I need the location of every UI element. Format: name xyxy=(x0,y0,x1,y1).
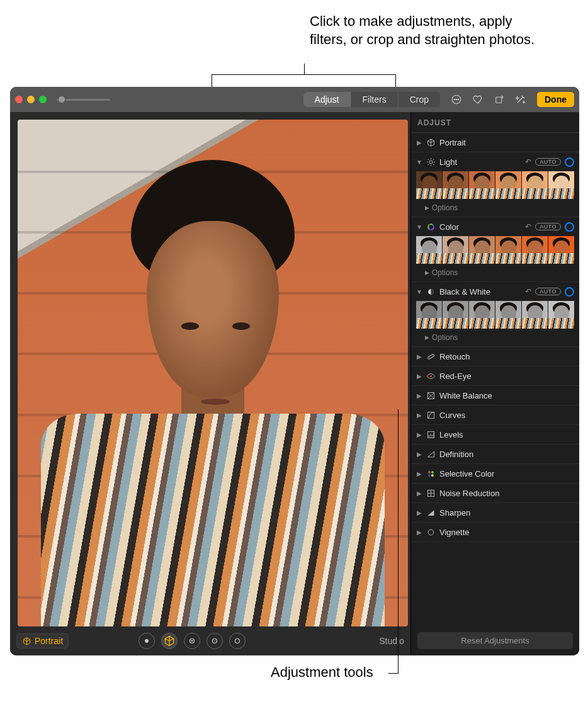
lighting-mode-stage[interactable] xyxy=(206,633,223,649)
adjustment-label: Portrait xyxy=(439,138,574,147)
adjustment-header[interactable]: ▶Portrait xyxy=(411,133,579,152)
done-button[interactable]: Done xyxy=(537,92,574,107)
chevron-right-icon: ▶ xyxy=(416,451,422,458)
adjustment-levels: ▶Levels xyxy=(411,425,579,444)
callout-top-text: Click to make adjustments, apply filters… xyxy=(310,13,549,48)
segment-adjust[interactable]: Adjust xyxy=(303,92,351,107)
adjustment-header[interactable]: ▶Noise Reduction xyxy=(411,484,579,502)
auto-button[interactable]: AUTO xyxy=(535,288,561,295)
svg-point-5 xyxy=(145,639,149,643)
preview-strip[interactable] xyxy=(416,301,574,329)
preview-thumb[interactable] xyxy=(495,236,521,264)
preview-thumb[interactable] xyxy=(469,171,495,199)
preview-thumb[interactable] xyxy=(416,171,442,199)
options-toggle[interactable]: ▶ Options xyxy=(411,201,579,217)
window-toolbar: Adjust Filters Crop Done xyxy=(10,87,579,112)
preview-thumb[interactable] xyxy=(469,301,495,329)
svg-point-1 xyxy=(454,99,455,100)
favorite-icon[interactable] xyxy=(469,92,487,107)
preview-thumb[interactable] xyxy=(443,236,468,264)
preview-thumb[interactable] xyxy=(495,301,521,329)
ring-thin-icon xyxy=(426,527,436,537)
lighting-mode-contour[interactable] xyxy=(184,633,200,649)
callout-bottom-text: Adjustment tools xyxy=(271,664,373,681)
svg-point-9 xyxy=(214,640,216,642)
preview-strip[interactable] xyxy=(416,171,574,199)
options-label: Options xyxy=(432,333,458,342)
segment-filters[interactable]: Filters xyxy=(351,92,399,107)
reset-adjustments-button[interactable]: Reset Adjustments xyxy=(417,632,573,649)
adjustment-selective-color: ▶Selective Color xyxy=(411,464,579,484)
auto-enhance-icon[interactable] xyxy=(512,92,529,107)
enable-ring[interactable] xyxy=(565,222,574,232)
adjustment-black-white: ▼Black & White↶AUTO xyxy=(411,282,579,347)
adjustment-label: Sharpen xyxy=(439,508,574,518)
adjustment-label: Selective Color xyxy=(439,469,574,478)
preview-thumb[interactable] xyxy=(522,236,548,264)
preview-thumb[interactable] xyxy=(522,171,548,199)
chevron-right-icon: ▶ xyxy=(416,412,422,419)
preview-thumb[interactable] xyxy=(416,236,442,264)
preview-thumb[interactable] xyxy=(469,236,495,264)
preview-thumb[interactable] xyxy=(443,301,468,329)
enable-ring[interactable] xyxy=(565,157,574,167)
segment-crop[interactable]: Crop xyxy=(399,92,440,107)
preview-thumb[interactable] xyxy=(548,301,574,329)
preview-thumb[interactable] xyxy=(522,301,548,329)
preview-thumb[interactable] xyxy=(443,171,468,199)
window-close-button[interactable] xyxy=(15,96,23,103)
photo-canvas[interactable] xyxy=(18,120,408,626)
more-icon[interactable] xyxy=(448,92,465,107)
adjustment-header[interactable]: ▶Levels xyxy=(411,425,579,444)
auto-button[interactable]: AUTO xyxy=(535,158,561,166)
adjustment-header[interactable]: ▶Definition xyxy=(411,444,579,463)
adjustment-header[interactable]: ▶Red-Eye xyxy=(411,366,579,385)
zoom-slider[interactable] xyxy=(57,99,110,101)
adjustment-header[interactable]: ▶Sharpen xyxy=(411,503,579,522)
chevron-right-icon: ▶ xyxy=(425,269,429,276)
adjustment-portrait: ▶Portrait xyxy=(411,133,579,152)
options-toggle[interactable]: ▶ Options xyxy=(411,331,579,346)
window-minimize-button[interactable] xyxy=(27,96,35,103)
adjustment-label: Definition xyxy=(439,450,574,459)
svg-point-12 xyxy=(429,161,433,164)
adjustment-red-eye: ▶Red-Eye xyxy=(411,366,579,386)
preview-thumb[interactable] xyxy=(548,171,574,199)
adjustment-header[interactable]: ▼Light↶AUTO xyxy=(411,152,579,171)
portrait-badge-label: Portrait xyxy=(35,636,63,646)
lighting-mode-stage-mono[interactable] xyxy=(229,633,246,649)
undo-icon[interactable]: ↶ xyxy=(525,157,531,166)
lighting-mode-natural[interactable] xyxy=(139,633,155,649)
adjustment-header[interactable]: ▼Color↶AUTO xyxy=(411,217,579,236)
auto-button[interactable]: AUTO xyxy=(535,223,561,230)
undo-icon[interactable]: ↶ xyxy=(525,222,531,231)
undo-icon[interactable]: ↶ xyxy=(525,287,531,296)
wb-icon xyxy=(426,390,436,400)
adjustment-header[interactable]: ▶Vignette xyxy=(411,523,579,541)
options-toggle[interactable]: ▶ Options xyxy=(411,266,579,281)
preview-strip[interactable] xyxy=(416,236,574,264)
adjustment-header[interactable]: ▶Retouch xyxy=(411,347,579,366)
options-label: Options xyxy=(432,203,458,212)
adjustment-color: ▼Color↶AUTO xyxy=(411,217,579,282)
adjustment-header[interactable]: ▶Curves xyxy=(411,405,579,424)
chevron-right-icon: ▶ xyxy=(416,509,422,516)
curves-icon xyxy=(426,410,436,420)
preview-thumb[interactable] xyxy=(495,171,521,199)
photos-edit-window: Adjust Filters Crop Done xyxy=(10,87,579,655)
adjustment-header[interactable]: ▼Black & White↶AUTO xyxy=(411,282,579,301)
chevron-right-icon: ▶ xyxy=(416,490,422,497)
adjustment-header[interactable]: ▶Selective Color xyxy=(411,464,579,483)
svg-rect-4 xyxy=(496,97,502,103)
svg-point-25 xyxy=(428,529,434,535)
preview-thumb[interactable] xyxy=(548,236,574,264)
enable-ring[interactable] xyxy=(565,287,574,297)
rotate-icon[interactable] xyxy=(490,92,508,107)
preview-thumb[interactable] xyxy=(416,301,442,329)
portrait-badge[interactable]: Portrait xyxy=(16,633,69,648)
chevron-down-icon: ▼ xyxy=(416,288,422,295)
window-zoom-button[interactable] xyxy=(39,96,47,103)
sun-icon xyxy=(426,157,436,167)
lighting-mode-studio[interactable] xyxy=(161,633,178,649)
adjustment-header[interactable]: ▶White Balance xyxy=(411,386,579,405)
